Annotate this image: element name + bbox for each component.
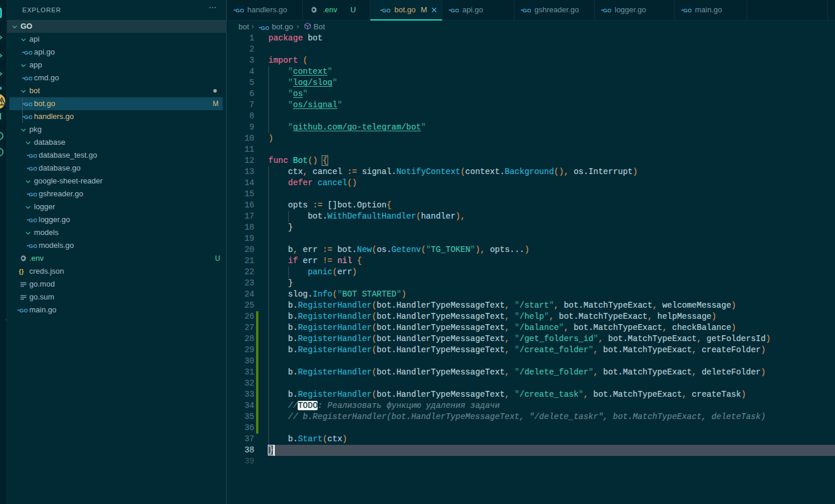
svg-text:GO: GO bbox=[29, 165, 37, 172]
svg-text:GO: GO bbox=[523, 7, 531, 13]
svg-text:GO: GO bbox=[382, 7, 390, 13]
svg-text:GO: GO bbox=[603, 7, 611, 13]
svg-text:GO: GO bbox=[24, 101, 32, 107]
svg-text:GO: GO bbox=[24, 114, 32, 120]
svg-text:GO: GO bbox=[24, 75, 32, 81]
svg-text:GO: GO bbox=[29, 152, 37, 159]
svg-text:GO: GO bbox=[29, 243, 37, 249]
svg-text:GO: GO bbox=[19, 307, 28, 314]
svg-text:GO: GO bbox=[683, 7, 691, 13]
svg-text:GO: GO bbox=[236, 7, 244, 13]
svg-text:GO: GO bbox=[29, 217, 37, 223]
svg-text:GO: GO bbox=[29, 191, 37, 197]
svg-text:GO: GO bbox=[451, 7, 459, 13]
svg-text:GO: GO bbox=[24, 49, 32, 56]
svg-text:GO: GO bbox=[261, 25, 269, 31]
